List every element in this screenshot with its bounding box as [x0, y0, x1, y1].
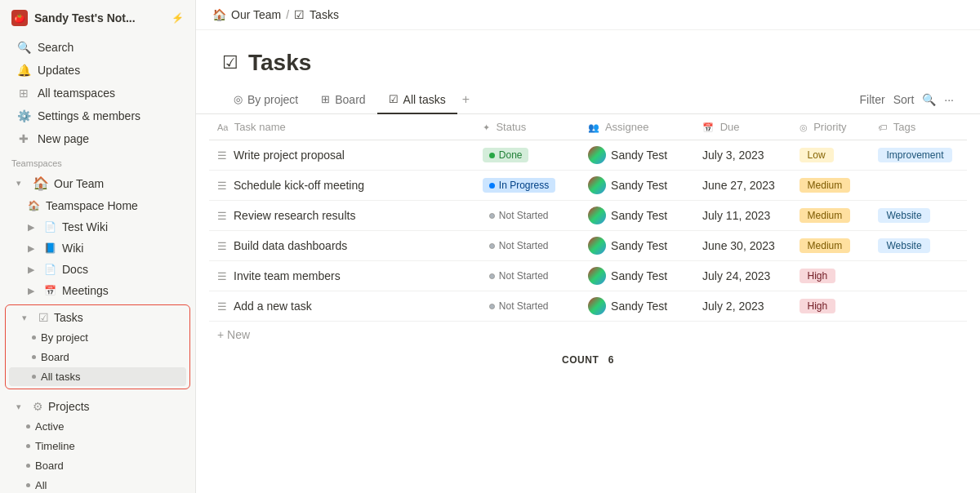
tags-cell[interactable] — [870, 261, 967, 291]
wiki-label: Wiki — [62, 242, 83, 255]
assignee-cell[interactable]: Sandy Test — [580, 171, 694, 201]
sidebar-item-teamspace-home[interactable]: 🏠 Teamspace Home — [5, 196, 190, 215]
task-name: Add a new task — [234, 300, 312, 313]
tab-by-project-icon: ◎ — [234, 93, 243, 105]
projects-expand-icon: ▾ — [16, 402, 28, 412]
task-name-cell[interactable]: ☰Add a new task — [209, 291, 474, 322]
active-label: Active — [35, 420, 64, 433]
tab-by-project-label: By project — [247, 93, 298, 106]
due-cell[interactable]: June 27, 2023 — [694, 171, 791, 201]
new-row-label: + New — [217, 328, 250, 341]
tab-all-tasks-label: All tasks — [403, 93, 446, 106]
sidebar-item-settings[interactable]: ⚙️ Settings & members — [5, 105, 190, 127]
assignee-cell[interactable]: Sandy Test — [580, 140, 694, 171]
sidebar-item-test-wiki[interactable]: ▶ 📄 Test Wiki — [5, 217, 190, 237]
teamspaces-icon: ⊞ — [16, 87, 31, 100]
workspace-header[interactable]: 🍅 Sandy Test's Not... ⚡ — [0, 0, 195, 36]
due-cell[interactable]: July 3, 2023 — [694, 140, 791, 171]
sidebar-new-page-label: New page — [38, 132, 89, 145]
sidebar-item-meetings[interactable]: ▶ 📅 Meetings — [5, 281, 190, 300]
new-row-button[interactable]: + New — [209, 322, 967, 348]
sidebar-item-board-proj[interactable]: Board — [3, 456, 192, 475]
sort-button[interactable]: Sort — [893, 93, 915, 106]
all-proj-label: All — [35, 479, 47, 491]
wiki-icon: 📘 — [44, 242, 57, 254]
priority-cell[interactable]: Medium — [791, 201, 871, 231]
by-project-dot — [32, 335, 36, 340]
tab-add-button[interactable]: + — [457, 86, 474, 113]
tab-board[interactable]: ⊞ Board — [310, 87, 376, 114]
status-cell[interactable]: Not Started — [474, 261, 580, 291]
tab-board-label: Board — [335, 93, 365, 106]
sidebar-item-by-project[interactable]: By project — [9, 328, 186, 347]
sidebar-item-wiki[interactable]: ▶ 📘 Wiki — [5, 238, 190, 258]
task-row-icon: ☰ — [217, 210, 227, 222]
sidebar: 🍅 Sandy Test's Not... ⚡ 🔍 Search 🔔 Updat… — [0, 0, 196, 493]
more-button[interactable]: ··· — [944, 93, 954, 106]
sidebar-item-all-tasks[interactable]: All tasks — [9, 367, 186, 386]
sidebar-item-all-teamspaces[interactable]: ⊞ All teamspaces — [5, 82, 190, 104]
search-button[interactable]: 🔍 — [922, 93, 936, 106]
task-name-cell[interactable]: ☰Build data dashboards — [209, 231, 474, 261]
priority-cell[interactable]: High — [791, 261, 871, 291]
due-cell[interactable]: July 2, 2023 — [694, 291, 791, 322]
tags-cell[interactable] — [870, 291, 967, 322]
breadcrumb-separator: / — [286, 8, 289, 21]
status-badge: Done — [483, 148, 529, 162]
breadcrumb-page-label[interactable]: Tasks — [310, 8, 339, 21]
task-name-cell[interactable]: ☰Invite team members — [209, 261, 474, 291]
assignee-cell[interactable]: Sandy Test — [580, 231, 694, 261]
tab-all-tasks[interactable]: ☑ All tasks — [377, 87, 457, 114]
sidebar-item-all-proj[interactable]: All — [3, 476, 192, 493]
task-name-cell[interactable]: ☰Schedule kick-off meeting — [209, 171, 474, 201]
status-cell[interactable]: Done — [474, 140, 580, 171]
priority-cell[interactable]: High — [791, 291, 871, 322]
status-cell[interactable]: Not Started — [474, 201, 580, 231]
tab-by-project[interactable]: ◎ By project — [222, 87, 310, 114]
assignee-cell[interactable]: Sandy Test — [580, 261, 694, 291]
timeline-dot — [26, 444, 30, 448]
task-name: Invite team members — [234, 269, 341, 282]
priority-badge: High — [800, 299, 836, 313]
task-name-cell[interactable]: ☰Review research results — [209, 201, 474, 231]
sidebar-item-new-page[interactable]: ✚ New page — [5, 128, 190, 149]
priority-cell[interactable]: Low — [791, 140, 871, 171]
assignee-cell[interactable]: Sandy Test — [580, 201, 694, 231]
assignee-name: Sandy Test — [611, 239, 667, 252]
status-cell[interactable]: Not Started — [474, 231, 580, 261]
meetings-icon: 📅 — [44, 285, 57, 296]
priority-cell[interactable]: Medium — [791, 231, 871, 261]
sidebar-item-search[interactable]: 🔍 Search — [5, 37, 190, 58]
sidebar-item-tasks[interactable]: ▾ ☑ Tasks — [11, 308, 185, 327]
priority-cell[interactable]: Medium — [791, 171, 871, 201]
sidebar-item-active[interactable]: Active — [3, 417, 192, 436]
due-cell[interactable]: July 11, 2023 — [694, 201, 791, 231]
table-row: ☰Write project proposalDoneSandy TestJul… — [209, 140, 967, 171]
tags-cell[interactable]: Website — [870, 231, 967, 261]
assignee-name: Sandy Test — [611, 149, 667, 162]
priority-badge: Medium — [800, 178, 851, 193]
col-header-assignee: 👥 Assignee — [580, 114, 694, 140]
page-title-icon: ☑ — [222, 52, 238, 73]
due-cell[interactable]: July 24, 2023 — [694, 261, 791, 291]
tags-cell[interactable] — [870, 171, 967, 201]
breadcrumb-team-label[interactable]: Our Team — [231, 8, 281, 21]
tasks-expand-icon: ▾ — [22, 313, 33, 323]
filter-button[interactable]: Filter — [860, 93, 885, 106]
assignee-cell[interactable]: Sandy Test — [580, 291, 694, 322]
sidebar-item-our-team[interactable]: ▾ 🏠 Our Team — [5, 172, 190, 194]
test-wiki-icon: 📄 — [44, 221, 57, 233]
status-cell[interactable]: Not Started — [474, 291, 580, 322]
sidebar-item-docs[interactable]: ▶ 📄 Docs — [5, 260, 190, 279]
tags-cell[interactable]: Improvement — [870, 140, 967, 171]
sidebar-item-updates[interactable]: 🔔 Updates — [5, 60, 190, 81]
due-cell[interactable]: June 30, 2023 — [694, 231, 791, 261]
task-row-icon: ☰ — [217, 149, 227, 162]
tags-cell[interactable]: Website — [870, 201, 967, 231]
task-name-cell[interactable]: ☰Write project proposal — [209, 140, 474, 171]
status-badge: Not Started — [483, 269, 555, 283]
status-cell[interactable]: In Progress — [474, 171, 580, 201]
sidebar-item-board[interactable]: Board — [9, 348, 186, 366]
sidebar-item-timeline[interactable]: Timeline — [3, 437, 192, 455]
sidebar-item-projects[interactable]: ▾ ⚙ Projects — [5, 397, 190, 416]
